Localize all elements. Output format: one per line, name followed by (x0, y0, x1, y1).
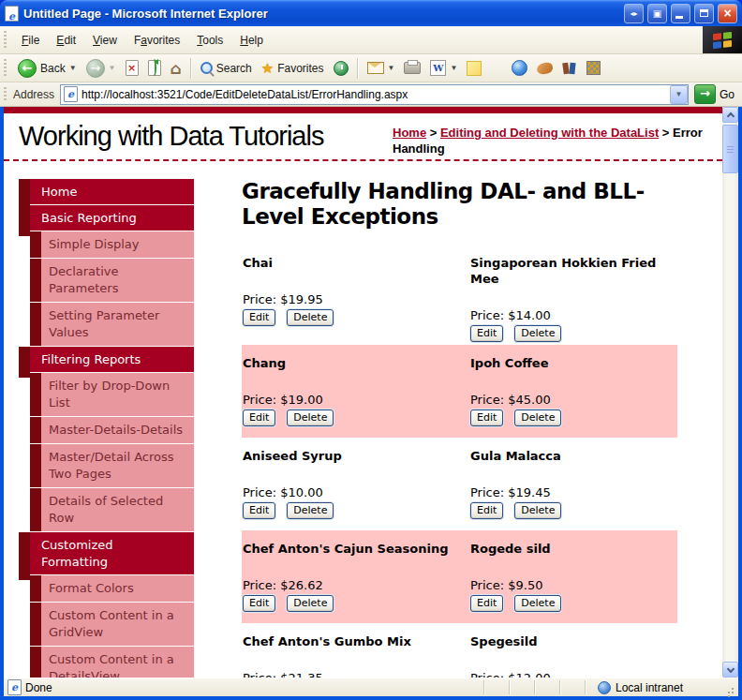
product-price: Price: $26.62 (243, 577, 469, 593)
sidebar-item-label: Custom Content in a GridView (49, 608, 174, 639)
back-dropdown-icon[interactable]: ▼ (69, 64, 77, 72)
edit-button[interactable]: Edit (470, 595, 503, 612)
addon-icon (537, 61, 555, 74)
address-input[interactable]: http://localhost:3521/Code/EditDeleteDat… (60, 84, 689, 105)
edit-button[interactable]: Edit (470, 325, 503, 342)
home-button[interactable]: ⌂ (166, 58, 186, 79)
sidebar-item-custom-content-in-a-gridview[interactable]: Custom Content in a GridView (30, 603, 194, 646)
address-dropdown-button[interactable]: ▼ (670, 85, 688, 104)
breadcrumb-home-link[interactable]: Home (393, 126, 426, 140)
sidebar-item-custom-content-in-a-detailsview[interactable]: Custom Content in a DetailsView (30, 647, 194, 678)
menu-view[interactable]: View (84, 31, 126, 50)
go-label: Go (720, 88, 735, 101)
resize-arrows-button[interactable]: ◂▸ (624, 4, 644, 23)
product-price: Price: $14.00 (470, 307, 677, 323)
nav-tab-decoration (19, 532, 30, 580)
forward-button[interactable]: → ▼ (82, 57, 121, 80)
sidebar-item-basic-reporting[interactable]: Basic Reporting (30, 205, 194, 231)
favorites-button[interactable]: ★ Favorites (257, 58, 329, 79)
table-row: ChangPrice: $19.00EditDeleteIpoh CoffeeP… (242, 345, 677, 438)
delete-button[interactable]: Delete (514, 410, 561, 426)
maximize-button[interactable] (694, 4, 714, 23)
sidebar-item-label: Master-Details-Details (49, 423, 183, 437)
minimize-icon (675, 16, 683, 19)
status-separator (483, 680, 485, 694)
print-button[interactable] (399, 60, 425, 76)
delete-button[interactable]: Delete (287, 595, 334, 612)
edit-button[interactable]: Edit (243, 595, 275, 612)
edit-button[interactable]: Edit (243, 309, 275, 326)
research-button[interactable] (557, 60, 582, 77)
delete-button[interactable]: Delete (514, 325, 561, 342)
go-button[interactable]: → Go (689, 84, 742, 104)
url-page-icon (64, 86, 78, 102)
mail-button[interactable]: ▼ (363, 60, 400, 76)
menu-tools[interactable]: Tools (188, 31, 231, 50)
edit-with-word-button[interactable]: ▼ (425, 58, 462, 78)
ie-page-icon (5, 6, 19, 22)
sidebar-item-details-of-selected-row[interactable]: Details of Selected Row (30, 488, 194, 531)
sidebar-item-filtering-reports[interactable]: Filtering Reports (30, 347, 194, 372)
edit-dropdown-icon[interactable]: ▼ (450, 64, 457, 72)
vertical-scrollbar[interactable] (722, 107, 738, 678)
addon-button[interactable] (532, 61, 557, 76)
delete-button[interactable]: Delete (287, 502, 334, 519)
search-button[interactable]: Search (196, 60, 257, 77)
menu-favorites[interactable]: Favorites (126, 31, 188, 50)
resize-grip[interactable] (721, 681, 735, 694)
delete-button[interactable]: Delete (287, 309, 334, 326)
page-body: HomeBasic ReportingSimple DisplayDeclara… (4, 161, 722, 678)
edit-button[interactable]: Edit (243, 502, 275, 519)
sidebar-item-label: Filtering Reports (41, 352, 141, 366)
product-name: Rogede sild (470, 541, 677, 557)
close-button[interactable]: × (718, 4, 737, 23)
back-button[interactable]: ← Back ▼ (13, 57, 82, 80)
menu-help[interactable]: Help (231, 31, 272, 50)
toolbar-grip-3[interactable] (4, 87, 7, 101)
menu-edit[interactable]: Edit (48, 31, 84, 50)
scroll-down-button[interactable] (722, 662, 738, 678)
sidebar-item-setting-parameter-values[interactable]: Setting Parameter Values (30, 303, 194, 346)
sidebar-item-customized-formatting[interactable]: Customized Formatting (30, 532, 194, 574)
standard-toolbar: ← Back ▼ → ▼ × ⌂ Search ★ Favorites (0, 54, 742, 82)
breadcrumb-separator-2: > (659, 126, 673, 140)
toolbar-grip[interactable] (4, 31, 7, 49)
local-intranet-icon (598, 681, 611, 694)
edit-button[interactable]: Edit (243, 410, 275, 426)
sidebar-item-format-colors[interactable]: Format Colors (30, 575, 194, 602)
delete-button[interactable]: Delete (514, 595, 561, 612)
edit-button[interactable]: Edit (470, 410, 503, 426)
mail-dropdown-icon[interactable]: ▼ (388, 64, 395, 72)
discuss-button[interactable] (462, 59, 486, 78)
address-bar: Address http://localhost:3521/Code/EditD… (0, 82, 742, 107)
delete-button[interactable]: Delete (514, 502, 561, 519)
popout-button[interactable]: ▣ (647, 4, 667, 23)
sidebar-item-master-details-details[interactable]: Master-Details-Details (30, 417, 194, 443)
product-price: Price: $45.00 (470, 392, 677, 408)
url-text: http://localhost:3521/Code/EditDeleteDat… (82, 88, 670, 101)
history-button[interactable] (329, 59, 353, 78)
sidebar-item-simple-display[interactable]: Simple Display (30, 231, 194, 258)
delete-button[interactable]: Delete (287, 410, 334, 426)
sidebar-item-declarative-parameters[interactable]: Declarative Parameters (30, 259, 194, 302)
masthead: Working with Data Tutorials Home > Editi… (4, 113, 722, 161)
sidebar-item-home[interactable]: Home (30, 179, 194, 204)
toolbar-separator-2 (357, 58, 359, 79)
history-icon (334, 61, 349, 76)
breadcrumb-section-link[interactable]: Editing and Deleting with the DataList (440, 126, 659, 140)
minimize-button[interactable] (671, 4, 690, 23)
scrollbar-thumb[interactable] (722, 125, 738, 173)
sidebar-item-master-detail-across-two-pages[interactable]: Master/Detail Across Two Pages (30, 444, 194, 487)
zone-text: Local intranet (616, 681, 683, 694)
menu-file[interactable]: File (13, 31, 48, 50)
blocks-button[interactable] (582, 59, 605, 77)
table-row: ChaiPrice: $19.95EditDeleteSingaporean H… (242, 240, 677, 345)
edit-button[interactable]: Edit (470, 502, 503, 519)
refresh-button[interactable] (143, 58, 166, 78)
toolbar-grip-2[interactable] (4, 59, 7, 77)
scroll-up-button[interactable] (722, 107, 738, 123)
stop-button[interactable]: × (121, 58, 143, 78)
sidebar-item-filter-by-drop-down-list[interactable]: Filter by Drop-Down List (30, 373, 194, 416)
product-item: Rogede sildPrice: $9.50EditDelete (469, 541, 677, 623)
messenger-button[interactable] (507, 58, 532, 78)
